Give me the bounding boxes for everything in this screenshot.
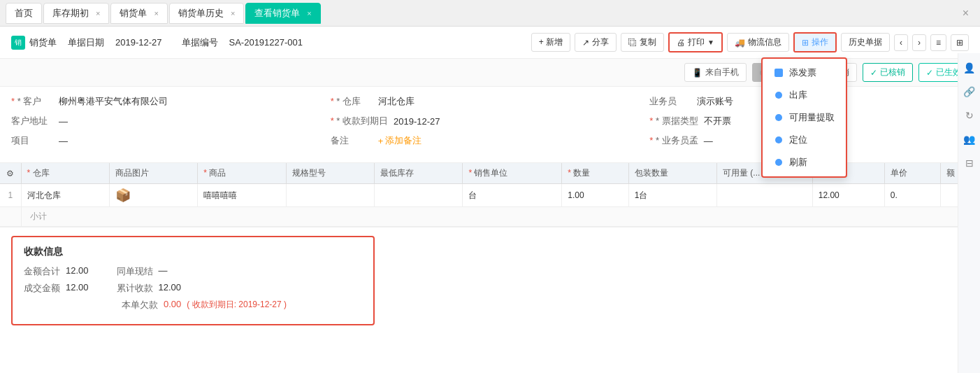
ticket-type-label: * 票据类型 — [649, 115, 698, 127]
payment-date-value: 2019-12-27 — [394, 116, 440, 127]
window-close-button[interactable]: × — [957, 7, 974, 20]
row-minstock — [375, 184, 463, 207]
add-note-button[interactable]: 添加备注 — [378, 134, 422, 147]
tab-sales-history[interactable]: 销货单历史 × — [169, 3, 244, 24]
row-num: 1 — [0, 184, 21, 207]
project-value: — — [59, 136, 68, 146]
subtotal-row: 小计 — [0, 207, 980, 227]
transaction-value: 12.00 — [66, 282, 89, 295]
col-price: 单价 — [884, 163, 940, 184]
total-amount-value: 12.00 — [66, 265, 89, 278]
note-field: 备注 添加备注 — [331, 134, 650, 147]
row-available — [717, 184, 813, 207]
sidebar-table-icon[interactable]: ⊟ — [960, 154, 979, 172]
locate-label: 定位 — [789, 134, 807, 146]
tab-history-label: 销货单历史 — [178, 7, 224, 20]
layout1-icon: ≡ — [936, 38, 941, 48]
payment-row-2: 成交金额 12.00 累计收款 12.00 — [24, 282, 362, 295]
effective-icon: ✓ — [926, 68, 933, 78]
operations-icon: ⊞ — [802, 38, 809, 48]
tabs-bar: 首页 库存期初 × 销货单 × 销货单历史 × 查看销货单 × × — [0, 0, 980, 27]
print-label: 打印 — [688, 36, 705, 48]
logistics-button[interactable]: 🚚 物流信息 — [727, 33, 789, 52]
add-invoice-label: 添发票 — [789, 66, 816, 79]
outbound-icon — [774, 90, 784, 100]
locate-icon — [774, 135, 784, 145]
new-button[interactable]: + 新增 — [531, 33, 570, 52]
menu-available-qty[interactable]: 可用量提取 — [763, 106, 846, 129]
ticket-type-value: 不开票 — [704, 115, 731, 127]
refresh-label: 刷新 — [789, 156, 807, 169]
salesperson-value: 演示账号 — [697, 95, 733, 108]
subtotal-empty — [0, 207, 21, 227]
project-field: 项目 — — [11, 134, 331, 147]
number-value: SA-20191227-001 — [229, 37, 303, 48]
cumulative-value: 12.00 — [159, 282, 182, 295]
from-phone-button[interactable]: 📱 来自手机 — [684, 63, 747, 82]
doc-title: 销 销货单 — [11, 36, 57, 50]
prev-button[interactable]: ‹ — [894, 34, 908, 51]
tab-sales-order[interactable]: 销货单 × — [110, 3, 167, 24]
cumulative-item: 累计收款 12.00 — [117, 282, 182, 295]
current-due-label: 本单欠款 — [122, 299, 158, 311]
customer-label: * 客户 — [11, 95, 53, 108]
print-button[interactable]: 🖨 打印 ▼ — [668, 32, 723, 52]
payment-row-3: 本单欠款 0.00 ( 收款到期日: 2019-12-27 ) — [24, 299, 362, 311]
next-button[interactable]: › — [912, 34, 926, 51]
tab-view-sales[interactable]: 查看销货单 × — [245, 3, 320, 24]
layout2-button[interactable]: ⊞ — [951, 34, 969, 51]
col-gear: ⚙ — [0, 163, 21, 184]
subtotal-label: 小计 — [21, 207, 980, 227]
sidebar-person-icon[interactable]: 👤 — [960, 59, 979, 77]
prev-icon: ‹ — [900, 38, 902, 48]
tab-view-close[interactable]: × — [307, 9, 311, 17]
current-due-item: 本单欠款 0.00 ( 收款到期日: 2019-12-27 ) — [122, 299, 287, 311]
history-button[interactable]: 历史单据 — [841, 33, 890, 52]
table-row: 1 河北仓库 📦 嘻嘻嘻嘻 台 1.00 1台 12.00 0. — [0, 184, 980, 207]
tab-inventory-init[interactable]: 库存期初 × — [43, 3, 109, 24]
tab-sales-close[interactable]: × — [154, 9, 158, 17]
sidebar-rotate-icon[interactable]: ↻ — [960, 106, 979, 125]
payment-row-1: 金额合计 12.00 同单现结 — — [24, 265, 362, 278]
tab-inventory-close[interactable]: × — [96, 9, 100, 17]
copy-button[interactable]: ⿻ 复制 — [621, 33, 664, 52]
layout1-button[interactable]: ≡ — [930, 34, 946, 51]
sold-button[interactable]: ✓ 已核销 — [863, 63, 913, 82]
sales-rep-label: * 业务员孟 — [649, 134, 698, 147]
history-label: 历史单据 — [849, 36, 882, 48]
warehouse-field: * 仓库 河北仓库 — [331, 95, 650, 108]
settlement-item: 同单现结 — — [117, 265, 168, 278]
menu-outbound[interactable]: 出库 — [763, 84, 846, 106]
sidebar-link-icon[interactable]: 🔗 — [960, 83, 979, 101]
menu-add-invoice[interactable]: 添发票 — [763, 62, 846, 84]
col-packqty: 包装数量 — [628, 163, 716, 184]
sold-label: 已核销 — [880, 66, 905, 78]
available-icon — [774, 113, 784, 122]
main-content: 销 销货单 单据日期 2019-12-27 单据编号 SA-20191227-0… — [0, 27, 980, 373]
customer-field: * 客户 柳州粤港平安气体有限公司 — [11, 95, 331, 108]
share-label: 分享 — [592, 36, 609, 48]
sidebar-user2-icon[interactable]: 👥 — [960, 130, 979, 148]
layout2-icon: ⊞ — [956, 38, 963, 48]
copy-icon: ⿻ — [628, 38, 637, 48]
tab-view-label: 查看销货单 — [254, 7, 300, 20]
share-icon: ↗ — [582, 38, 589, 48]
row-price: 0. — [884, 184, 940, 207]
tab-home[interactable]: 首页 — [6, 3, 42, 24]
col-minstock: 最低库存 — [375, 163, 463, 184]
menu-refresh[interactable]: 刷新 — [763, 151, 846, 174]
refresh-icon — [774, 157, 784, 167]
settlement-label: 同单现结 — [117, 265, 153, 278]
doc-header: 销 销货单 单据日期 2019-12-27 单据编号 SA-20191227-0… — [0, 27, 980, 59]
sold-icon: ✓ — [870, 68, 877, 78]
share-button[interactable]: ↗ 分享 — [575, 33, 617, 52]
payment-title: 收款信息 — [24, 246, 362, 258]
tab-history-close[interactable]: × — [231, 9, 235, 17]
menu-locate[interactable]: 定位 — [763, 129, 846, 151]
operations-label: 操作 — [812, 36, 828, 48]
bottom-panel: 收款信息 金额合计 12.00 同单现结 — 成交金额 12.00 — [0, 227, 980, 334]
due-date-note: ( 收款到期日: 2019-12-27 ) — [187, 299, 287, 311]
copy-label: 复制 — [640, 36, 656, 48]
operations-button[interactable]: ⊞ 操作 — [793, 32, 837, 52]
address-value: — — [59, 116, 68, 127]
